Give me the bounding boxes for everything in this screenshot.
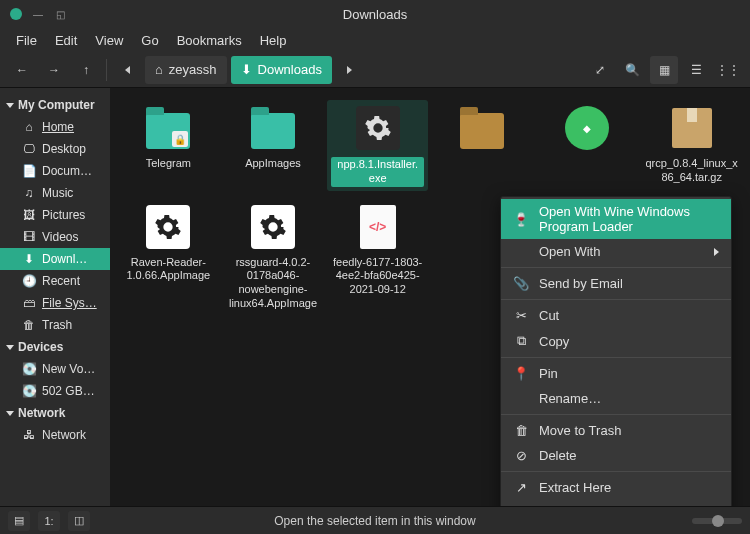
sidebar-item[interactable]: 🎞Videos (0, 226, 110, 248)
menu-item[interactable]: ⧉Copy (501, 328, 731, 354)
file-icon (668, 104, 716, 152)
sidebar-section-header[interactable]: Devices (0, 336, 110, 358)
sidebar-item[interactable]: 🗑Trash (0, 314, 110, 336)
menu-item[interactable]: 🗜Compress… (501, 500, 731, 506)
home-icon: ⌂ (155, 62, 163, 77)
sidebar-item[interactable]: 🖵Desktop (0, 138, 110, 160)
view-grid-button[interactable]: ▦ (650, 56, 678, 84)
sidebar-item-icon: ♫ (22, 186, 36, 200)
sidebar: My Computer⌂Home🖵Desktop📄Docum…♫Music🖼Pi… (0, 88, 110, 506)
grid-icon: ▦ (659, 63, 670, 77)
places-button[interactable]: ▤ (8, 511, 30, 531)
sidebar-item-label: File Sys… (42, 296, 97, 310)
sidebar-item[interactable]: 🖼Pictures (0, 204, 110, 226)
menu-item-label: Delete (539, 448, 577, 463)
file-item[interactable]: AppImages (223, 100, 324, 191)
view-compact-button[interactable]: ⋮⋮ (714, 56, 742, 84)
menu-go[interactable]: Go (133, 31, 166, 50)
back-icon: ← (16, 63, 28, 77)
sidebar-item[interactable]: 🕘Recent (0, 270, 110, 292)
content-area[interactable]: 🔒TelegramAppImagesnpp.8.1.Installer.exe◆… (110, 88, 750, 506)
sidebar-item-label: Trash (42, 318, 72, 332)
sidebar-item-label: 502 GB… (42, 384, 95, 398)
menu-item-icon: ⊘ (513, 448, 529, 463)
expand-button[interactable]: ⤢ (586, 56, 614, 84)
tree-button[interactable]: 1: (38, 511, 60, 531)
path-prev-button[interactable] (113, 56, 141, 84)
view-list-button[interactable]: ☰ (682, 56, 710, 84)
menu-item[interactable]: 📎Send by Email (501, 271, 731, 296)
file-item[interactable]: npp.8.1.Installer.exe (327, 100, 428, 191)
file-item[interactable]: qrcp_0.8.4_linux_x86_64.tar.gz (641, 100, 742, 191)
sidebar-section-header[interactable]: My Computer (0, 94, 110, 116)
menu-edit[interactable]: Edit (47, 31, 85, 50)
sidebar-item[interactable]: 📄Docum… (0, 160, 110, 182)
menu-item-icon: 🗑 (513, 423, 529, 438)
titlebar: — ◱ Downloads (0, 0, 750, 28)
file-icon (249, 104, 297, 152)
sidebar-item[interactable]: ⌂Home (0, 116, 110, 138)
breadcrumb-home[interactable]: ⌂ zeyassh (145, 56, 227, 84)
sidebar-item-label: Music (42, 186, 73, 200)
chevron-left-icon (125, 66, 130, 74)
window-maximize-button[interactable]: ◱ (54, 8, 66, 20)
menu-item[interactable]: 📍Pin (501, 361, 731, 386)
menu-item-icon: ✂ (513, 308, 529, 323)
sidebar-item[interactable]: 🗃File Sys… (0, 292, 110, 314)
path-next-button[interactable] (336, 56, 364, 84)
file-item[interactable]: ◆ (537, 100, 638, 191)
menu-separator (501, 414, 731, 415)
menu-item[interactable]: Rename… (501, 386, 731, 411)
menu-item[interactable]: Open With (501, 239, 731, 264)
window-close-button[interactable] (10, 8, 22, 20)
menubar: File Edit View Go Bookmarks Help (0, 28, 750, 52)
breadcrumb-current[interactable]: ⬇ Downloads (231, 56, 332, 84)
menu-bookmarks[interactable]: Bookmarks (169, 31, 250, 50)
file-label: Telegram (146, 157, 191, 171)
menu-item[interactable]: 🗑Move to Trash (501, 418, 731, 443)
compact-icon: ⋮⋮ (716, 63, 740, 77)
file-icon (458, 104, 506, 152)
file-item[interactable]: </>feedly-6177-1803-4ee2-bfa60e425-2021-… (327, 199, 428, 315)
file-item[interactable]: Raven-Reader-1.0.66.AppImage (118, 199, 219, 315)
menu-item[interactable]: ✂Cut (501, 303, 731, 328)
forward-button[interactable]: → (40, 56, 68, 84)
toolbar: ← → ↑ ⌂ zeyassh ⬇ Downloads ⤢ 🔍 ▦ ☰ ⋮⋮ (0, 52, 750, 88)
zoom-slider[interactable] (692, 518, 742, 524)
section-label: Devices (18, 340, 63, 354)
sidebar-item-label: Pictures (42, 208, 85, 222)
menu-item-label: Extract Here (539, 480, 611, 495)
toggle-button[interactable]: ◫ (68, 511, 90, 531)
file-label: AppImages (245, 157, 301, 171)
sidebar-item[interactable]: ⬇Downl… (0, 248, 110, 270)
sidebar-item[interactable]: ♫Music (0, 182, 110, 204)
sidebar-item[interactable]: 💽New Vo… (0, 358, 110, 380)
file-item[interactable] (432, 100, 533, 191)
menu-view[interactable]: View (87, 31, 131, 50)
context-menu: 🍷Open With Wine Windows Program LoaderOp… (500, 196, 732, 506)
window-minimize-button[interactable]: — (32, 8, 44, 20)
sidebar-item-icon: 🎞 (22, 230, 36, 244)
sidebar-item-label: Recent (42, 274, 80, 288)
file-icon (144, 203, 192, 251)
section-label: My Computer (18, 98, 95, 112)
menu-file[interactable]: File (8, 31, 45, 50)
menu-help[interactable]: Help (252, 31, 295, 50)
back-button[interactable]: ← (8, 56, 36, 84)
menu-item-icon: 🍷 (513, 212, 529, 227)
up-button[interactable]: ↑ (72, 56, 100, 84)
file-item[interactable]: rssguard-4.0.2-0178a046-nowebengine-linu… (223, 199, 324, 315)
file-item[interactable]: 🔒Telegram (118, 100, 219, 191)
menu-item[interactable]: 🍷Open With Wine Windows Program Loader (501, 199, 731, 239)
sidebar-section-header[interactable]: Network (0, 402, 110, 424)
menu-item-label: Open With Wine Windows Program Loader (539, 204, 719, 234)
menu-item[interactable]: ⊘Delete (501, 443, 731, 468)
search-button[interactable]: 🔍 (618, 56, 646, 84)
expand-icon: ⤢ (595, 63, 605, 77)
menu-item-icon: 🗜 (513, 505, 529, 506)
menu-item-label: Copy (539, 334, 569, 349)
sidebar-item-icon: 🖼 (22, 208, 36, 222)
sidebar-item[interactable]: 🖧Network (0, 424, 110, 446)
sidebar-item[interactable]: 💽502 GB… (0, 380, 110, 402)
menu-item[interactable]: ↗Extract Here (501, 475, 731, 500)
